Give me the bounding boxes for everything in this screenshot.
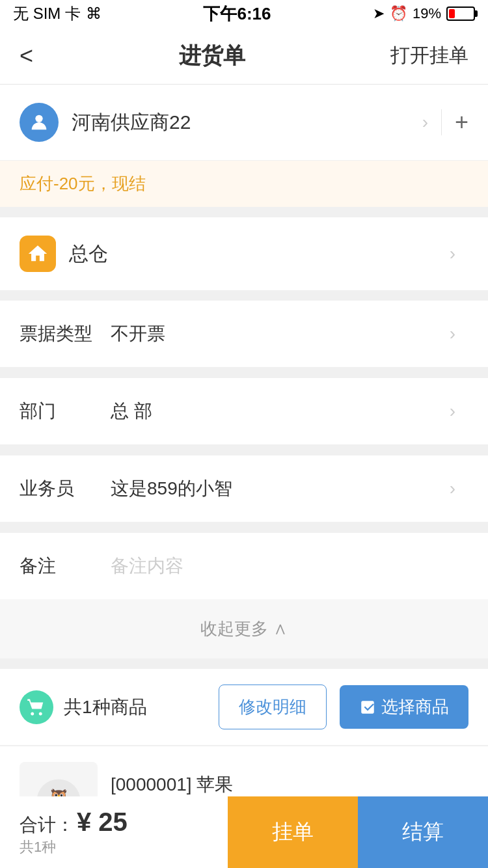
supplier-chevron-icon: ›: [422, 112, 428, 133]
back-button[interactable]: <: [20, 42, 33, 70]
total-label: 合计：: [20, 813, 74, 837]
svg-point-0: [35, 115, 42, 122]
form-divider-1: [0, 368, 488, 378]
salesperson-row[interactable]: 业务员 这是859的小智 ›: [0, 455, 488, 522]
total-count: 共1种: [20, 837, 208, 857]
invoice-type-chevron-icon: ›: [450, 323, 455, 344]
product-name: [0000001] 苹果: [111, 772, 438, 797]
supplier-name: 河南供应商22: [72, 109, 422, 136]
nav-bar: < 进货单 打开挂单: [0, 27, 488, 85]
checkout-button[interactable]: 结算: [358, 796, 488, 868]
form-section: 票据类型 不开票 › 部门 总 部 › 业务员 这是859的小智 › 备注 备注…: [0, 301, 488, 599]
edit-detail-button[interactable]: 修改明细: [219, 685, 327, 729]
status-left: 无 SIM 卡 ⌘: [13, 3, 102, 24]
product-count: 共1种商品: [64, 695, 219, 720]
form-divider-3: [0, 522, 488, 533]
page-title: 进货单: [179, 41, 245, 71]
product-icon: [20, 690, 53, 724]
supplier-divider: [441, 109, 442, 135]
select-product-label: 选择商品: [381, 696, 449, 718]
warehouse-chevron-icon: ›: [450, 243, 455, 264]
invoice-type-label: 票据类型: [20, 321, 111, 346]
form-divider-2: [0, 445, 488, 455]
salesperson-chevron-icon: ›: [450, 478, 455, 499]
department-row[interactable]: 部门 总 部 ›: [0, 378, 488, 445]
product-title: 苹果: [197, 774, 233, 794]
select-product-button[interactable]: 选择商品: [340, 685, 468, 729]
invoice-type-row[interactable]: 票据类型 不开票 ›: [0, 301, 488, 368]
remark-input[interactable]: 备注内容: [111, 554, 468, 578]
add-supplier-button[interactable]: +: [455, 109, 468, 136]
carrier-text: 无 SIM 卡: [13, 3, 81, 24]
location-icon: ➤: [373, 5, 385, 22]
salesperson-value: 这是859的小智: [111, 476, 450, 501]
warehouse-icon: [20, 236, 56, 272]
status-time: 下午6:16: [203, 3, 271, 25]
department-label: 部门: [20, 399, 111, 424]
supplier-row[interactable]: 河南供应商22 › +: [0, 85, 488, 161]
open-hang-button[interactable]: 打开挂单: [390, 42, 468, 69]
total-section: 合计： ¥ 25 共1种: [0, 796, 228, 868]
salesperson-label: 业务员: [20, 476, 111, 501]
warehouse-row[interactable]: 总仓 ›: [0, 217, 488, 290]
total-amount: ¥ 25: [77, 807, 128, 837]
department-chevron-icon: ›: [450, 401, 455, 422]
status-right: ➤ ⏰ 19%: [373, 5, 475, 22]
wifi-icon: ⌘: [86, 5, 102, 23]
status-bar: 无 SIM 卡 ⌘ 下午6:16 ➤ ⏰ 19%: [0, 0, 488, 27]
product-code: [0000001]: [111, 774, 192, 794]
department-value: 总 部: [111, 399, 450, 424]
collapse-button[interactable]: 收起更多 ∧: [0, 599, 488, 658]
supplier-section: 河南供应商22 › +: [0, 85, 488, 161]
hang-button[interactable]: 挂单: [228, 796, 358, 868]
warning-banner: 应付-20元，现结: [0, 161, 488, 207]
remark-label: 备注: [20, 554, 111, 578]
alarm-icon: ⏰: [390, 5, 407, 22]
bottom-bar: 合计： ¥ 25 共1种 挂单 结算: [0, 796, 488, 868]
supplier-avatar: [20, 103, 59, 142]
product-header: 共1种商品 修改明细 选择商品: [0, 669, 488, 746]
invoice-type-value: 不开票: [111, 321, 450, 346]
warehouse-name: 总仓: [69, 241, 450, 267]
battery-icon: [446, 7, 475, 21]
remark-row[interactable]: 备注 备注内容: [0, 533, 488, 599]
battery-percentage: 19%: [413, 5, 441, 22]
